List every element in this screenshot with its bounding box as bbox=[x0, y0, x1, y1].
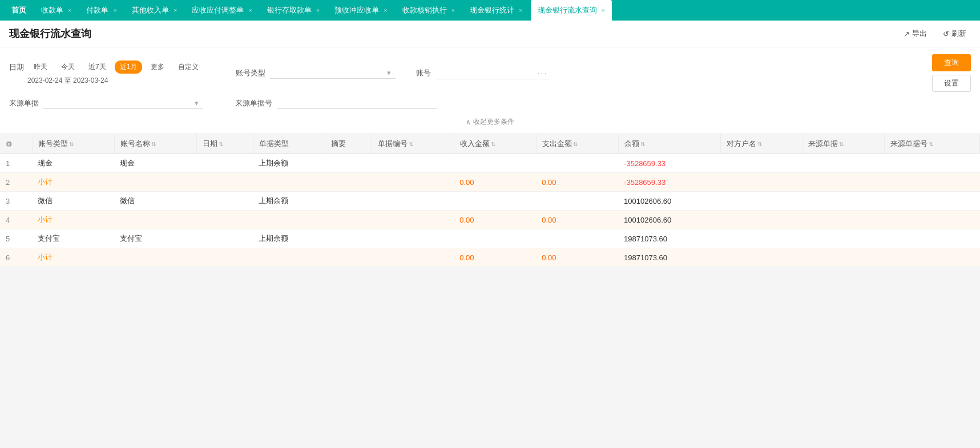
date-range-text: 2023-02-24 至 2023-03-24 bbox=[27, 76, 108, 84]
cell-doc_no bbox=[372, 248, 454, 267]
col-header-doc_type: 单据类型 bbox=[253, 134, 325, 154]
nav-item-cash-bank-flow[interactable]: 现金银行流水查询× bbox=[531, 0, 612, 21]
filter-area: 日期 昨天今天近7天近1月更多自定义 2023-02-24 至 2023-03-… bbox=[0, 47, 980, 134]
nav-item-cash-bank-stat[interactable]: 现金银行统计× bbox=[463, 0, 529, 21]
cell-summary bbox=[325, 211, 372, 229]
col-header-account_name[interactable]: 账号名称⇅ bbox=[114, 134, 196, 154]
date-btn-近7天[interactable]: 近7天 bbox=[83, 60, 111, 74]
cell-summary bbox=[325, 248, 372, 267]
col-header-balance[interactable]: 余额⇅ bbox=[618, 134, 720, 154]
date-filter-row: 日期 昨天今天近7天近1月更多自定义 bbox=[9, 60, 204, 74]
account-dots: ··· bbox=[538, 68, 548, 78]
cell-account_name: 支付宝 bbox=[114, 229, 196, 248]
close-icon[interactable]: × bbox=[451, 7, 455, 14]
cell-date bbox=[196, 229, 253, 248]
cell-date bbox=[196, 248, 253, 267]
cell-source_doc_no bbox=[885, 154, 980, 173]
nav-item-receipt[interactable]: 收款单× bbox=[34, 0, 78, 21]
collapse-label: 收起更多条件 bbox=[473, 117, 514, 127]
col-header-counter_party[interactable]: 对方户名⇅ bbox=[720, 134, 802, 154]
source-doc-no-input[interactable] bbox=[277, 98, 437, 109]
cell-income bbox=[454, 229, 536, 248]
cell-counter_party bbox=[720, 192, 802, 211]
cell-income bbox=[454, 154, 536, 173]
close-icon[interactable]: × bbox=[68, 7, 71, 14]
refresh-button[interactable]: ↺ 刷新 bbox=[938, 26, 971, 41]
cell-income: 0.00 bbox=[454, 211, 536, 229]
date-btn-更多[interactable]: 更多 bbox=[146, 60, 170, 74]
table-header: ⚙账号类型⇅账号名称⇅日期⇅单据类型摘要单据编号⇅收入金额⇅支出金额⇅余额⇅对方… bbox=[0, 134, 980, 154]
date-btn-今天[interactable]: 今天 bbox=[56, 60, 80, 74]
nav-item-ar-ap-adjust[interactable]: 应收应付调整单× bbox=[185, 0, 259, 21]
col-header-date[interactable]: 日期⇅ bbox=[196, 134, 253, 154]
cell-doc_no bbox=[372, 229, 454, 248]
cell-expense: 0.00 bbox=[536, 248, 618, 267]
col-header-expense[interactable]: 支出金额⇅ bbox=[536, 134, 618, 154]
source-doc-label: 来源单据 bbox=[9, 98, 39, 108]
nav-item-other-income[interactable]: 其他收入单× bbox=[125, 0, 184, 21]
cell-doc_no bbox=[372, 154, 454, 173]
col-header-income[interactable]: 收入金额⇅ bbox=[454, 134, 536, 154]
cell-income: 0.00 bbox=[454, 173, 536, 192]
close-icon[interactable]: × bbox=[602, 7, 605, 14]
close-icon[interactable]: × bbox=[384, 7, 387, 14]
account-label: 账号 bbox=[416, 68, 431, 78]
cell-balance: 100102606.60 bbox=[618, 192, 720, 211]
cell-source_doc bbox=[802, 173, 885, 192]
cell-income: 0.00 bbox=[454, 248, 536, 267]
query-button[interactable]: 查询 bbox=[932, 54, 971, 71]
nav-item-payment[interactable]: 付款单× bbox=[79, 0, 123, 21]
cell-date bbox=[196, 154, 253, 173]
table-row: 2小计0.000.00-3528659.33 bbox=[0, 173, 980, 192]
cell-expense: 0.00 bbox=[536, 173, 618, 192]
cell-account_type: 小计 bbox=[32, 211, 114, 229]
cell-source_doc bbox=[802, 211, 885, 229]
date-btn-昨天[interactable]: 昨天 bbox=[29, 60, 53, 74]
cell-doc_type: 上期余额 bbox=[253, 154, 325, 173]
cell-row_num: 2 bbox=[0, 173, 32, 192]
table-body: 1现金现金上期余额-3528659.332小计0.000.00-3528659.… bbox=[0, 154, 980, 267]
source-doc-select[interactable]: ▾ bbox=[43, 98, 203, 109]
cell-counter_party bbox=[720, 248, 802, 267]
col-header-doc_no[interactable]: 单据编号⇅ bbox=[372, 134, 454, 154]
nav-item-prepay-offset[interactable]: 预收冲应收单× bbox=[328, 0, 394, 21]
cell-doc_no bbox=[372, 192, 454, 211]
nav-item-home[interactable]: 首页 bbox=[5, 0, 33, 21]
date-btn-近1月[interactable]: 近1月 bbox=[115, 60, 143, 74]
cell-account_name: 微信 bbox=[114, 192, 196, 211]
cell-source_doc bbox=[802, 229, 885, 248]
settings-button[interactable]: 设置 bbox=[932, 75, 971, 92]
gear-icon[interactable]: ⚙ bbox=[6, 140, 13, 148]
close-icon[interactable]: × bbox=[316, 7, 320, 14]
col-header-source_doc[interactable]: 来源单据⇅ bbox=[802, 134, 885, 154]
date-filter-group: 日期 昨天今天近7天近1月更多自定义 2023-02-24 至 2023-03-… bbox=[9, 60, 204, 86]
col-header-source_doc_no[interactable]: 来源单据号⇅ bbox=[885, 134, 980, 154]
cell-summary bbox=[325, 229, 372, 248]
cell-account_name bbox=[114, 211, 196, 229]
cell-balance: -3528659.33 bbox=[618, 173, 720, 192]
col-header-account_type[interactable]: 账号类型⇅ bbox=[32, 134, 114, 154]
close-icon[interactable]: × bbox=[174, 7, 177, 14]
page-header: 现金银行流水查询 ↗ 导出 ↺ 刷新 bbox=[0, 21, 980, 47]
cell-balance: 19871073.60 bbox=[618, 229, 720, 248]
cell-account_name: 现金 bbox=[114, 154, 196, 173]
account-type-select[interactable]: ▾ bbox=[270, 67, 396, 79]
date-btn-自定义[interactable]: 自定义 bbox=[173, 60, 204, 74]
nav-item-receipt-verify[interactable]: 收款核销执行× bbox=[396, 0, 462, 21]
cell-counter_party bbox=[720, 211, 802, 229]
cell-expense bbox=[536, 192, 618, 211]
collapse-bar[interactable]: ∧ 收起更多条件 bbox=[9, 115, 971, 129]
export-button[interactable]: ↗ 导出 bbox=[899, 26, 931, 41]
cell-source_doc bbox=[802, 248, 885, 267]
nav-item-bank-deposit[interactable]: 银行存取款单× bbox=[260, 0, 326, 21]
cell-doc_type: 上期余额 bbox=[253, 229, 325, 248]
close-icon[interactable]: × bbox=[519, 7, 522, 14]
cell-counter_party bbox=[720, 229, 802, 248]
cell-summary bbox=[325, 154, 372, 173]
cell-counter_party bbox=[720, 173, 802, 192]
close-icon[interactable]: × bbox=[113, 7, 116, 14]
table-row: 1现金现金上期余额-3528659.33 bbox=[0, 154, 980, 173]
close-icon[interactable]: × bbox=[248, 7, 252, 14]
cell-balance: 100102606.60 bbox=[618, 211, 720, 229]
cell-expense: 0.00 bbox=[536, 211, 618, 229]
